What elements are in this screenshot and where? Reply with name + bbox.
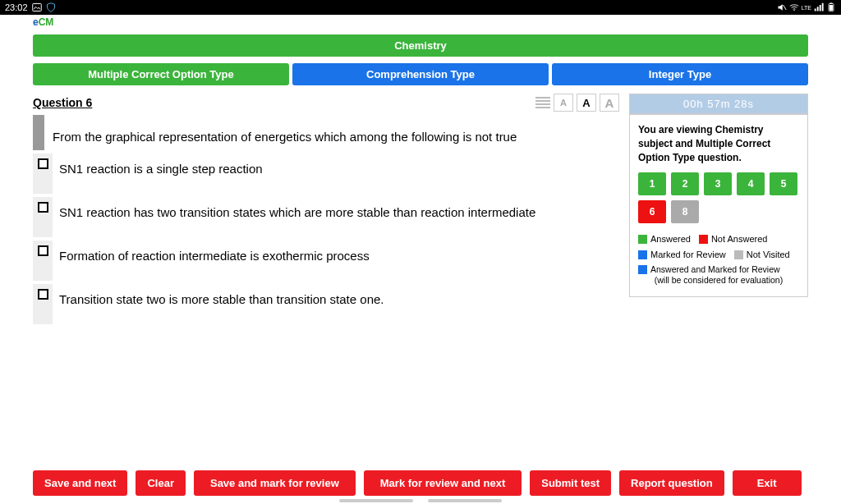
timer-display: 00h 57m 28s bbox=[629, 94, 808, 114]
option-a-text[interactable]: SN1 reaction is a single step reaction bbox=[53, 153, 619, 194]
status-time: 23:02 bbox=[5, 2, 28, 12]
svg-point-2 bbox=[793, 10, 794, 11]
legend-swatch-not-visited bbox=[734, 250, 743, 259]
question-palette-panel: You are viewing Chemistry subject and Mu… bbox=[629, 114, 808, 297]
question-stem: From the graphical representation of ene… bbox=[53, 115, 517, 150]
tab-comprehension[interactable]: Comprehension Type bbox=[292, 63, 549, 85]
text-align-icon[interactable] bbox=[535, 97, 550, 108]
svg-rect-9 bbox=[830, 5, 834, 11]
question-number-grid: 1234568 bbox=[638, 172, 799, 223]
legend-swatch-marked bbox=[638, 250, 647, 259]
legend-swatch-ans-marked bbox=[638, 265, 647, 274]
question-nav-4[interactable]: 4 bbox=[737, 172, 765, 195]
tab-multiple-correct[interactable]: Multiple Correct Option Type bbox=[33, 63, 289, 85]
exit-button[interactable]: Exit bbox=[733, 470, 802, 496]
submit-test-button[interactable]: Submit test bbox=[530, 470, 611, 496]
image-icon bbox=[32, 2, 42, 12]
home-indicator-bars bbox=[0, 499, 841, 502]
option-c-checkbox[interactable] bbox=[38, 245, 48, 256]
svg-line-1 bbox=[783, 5, 786, 10]
footer-action-bar: Save and next Clear Save and mark for re… bbox=[33, 470, 808, 496]
panel-info-text: You are viewing Chemistry subject and Mu… bbox=[638, 123, 799, 164]
font-size-small-button[interactable]: A bbox=[554, 94, 573, 112]
legend: Answered Not Answered Marked for Review … bbox=[638, 231, 799, 286]
option-c-text[interactable]: Formation of reaction intermediate is ex… bbox=[53, 241, 619, 281]
question-type-tabs: Multiple Correct Option Type Comprehensi… bbox=[33, 63, 808, 85]
device-status-bar: 23:02 LTE bbox=[0, 0, 841, 15]
report-question-button[interactable]: Report question bbox=[619, 470, 724, 496]
save-and-mark-button[interactable]: Save and mark for review bbox=[194, 470, 356, 496]
wifi-icon bbox=[789, 2, 799, 12]
question-nav-8[interactable]: 8 bbox=[671, 200, 699, 223]
question-nav-1[interactable]: 1 bbox=[638, 172, 666, 195]
question-number-label: Question 6 bbox=[33, 96, 92, 109]
signal-icon bbox=[814, 2, 824, 12]
font-size-large-button[interactable]: A bbox=[600, 94, 619, 112]
option-b-checkbox[interactable] bbox=[38, 202, 48, 213]
shield-icon bbox=[46, 2, 56, 12]
subject-bar[interactable]: Chemistry bbox=[33, 34, 808, 57]
mute-icon bbox=[777, 2, 787, 12]
question-nav-5[interactable]: 5 bbox=[770, 172, 797, 195]
mark-and-next-button[interactable]: Mark for review and next bbox=[364, 470, 522, 496]
question-indicator bbox=[33, 115, 44, 150]
option-d-text[interactable]: Transition state two is more stable than… bbox=[53, 284, 619, 324]
question-nav-6[interactable]: 6 bbox=[638, 200, 666, 223]
svg-rect-4 bbox=[817, 7, 819, 11]
tab-integer[interactable]: Integer Type bbox=[552, 63, 808, 85]
question-nav-3[interactable]: 3 bbox=[704, 172, 732, 195]
lte-label: LTE bbox=[802, 5, 811, 11]
svg-rect-3 bbox=[815, 9, 816, 11]
option-b-text[interactable]: SN1 reaction has two transition states w… bbox=[53, 197, 619, 237]
legend-swatch-answered bbox=[638, 235, 647, 244]
app-logo: eCM bbox=[0, 15, 841, 28]
legend-swatch-not-answered bbox=[699, 235, 708, 244]
option-a-checkbox[interactable] bbox=[38, 158, 48, 169]
svg-rect-6 bbox=[822, 3, 824, 11]
save-and-next-button[interactable]: Save and next bbox=[33, 470, 127, 496]
clear-button[interactable]: Clear bbox=[136, 470, 186, 496]
option-d-checkbox[interactable] bbox=[38, 289, 48, 300]
battery-icon bbox=[826, 2, 836, 12]
svg-rect-5 bbox=[820, 5, 821, 11]
svg-rect-0 bbox=[32, 4, 41, 11]
font-size-medium-button[interactable]: A bbox=[577, 94, 596, 112]
question-nav-2[interactable]: 2 bbox=[671, 172, 699, 195]
svg-rect-8 bbox=[830, 2, 833, 3]
